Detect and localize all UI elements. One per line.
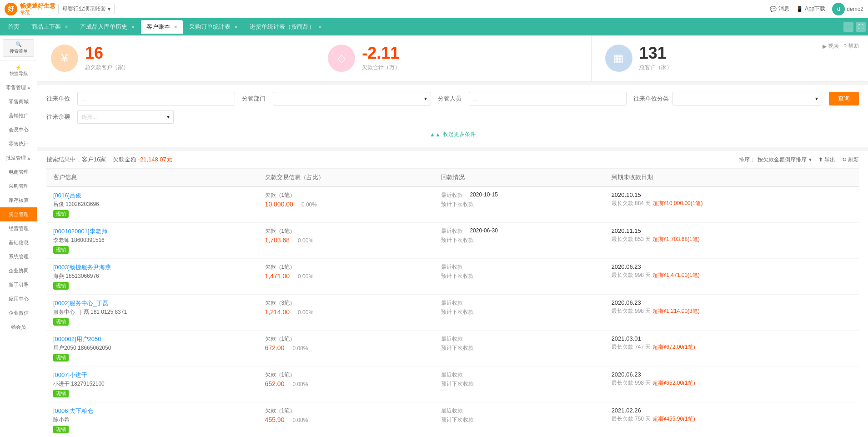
customer-code-link[interactable]: [0007]小进干 xyxy=(53,372,87,378)
message-label: 消息 xyxy=(778,5,789,13)
message-btn[interactable]: 💬 消息 xyxy=(770,5,789,13)
filter-unit: 往来单位 ... xyxy=(46,92,235,105)
refresh-btn[interactable]: ↻ 刷新 xyxy=(842,156,859,164)
customer-contact: 海燕 18513066976 xyxy=(53,272,251,280)
due-date: 2020.06.23 xyxy=(612,263,852,270)
overdue-link[interactable]: 超期¥1,703.68(1笔) xyxy=(652,236,700,242)
nav-maximize-btn[interactable]: ⛶ xyxy=(856,22,866,32)
video-icon: ▶ xyxy=(823,43,827,50)
debt-amount[interactable]: 10,000.00 xyxy=(265,201,293,208)
marketing-label: 营销推广 xyxy=(2,112,35,119)
tab-stock-close[interactable]: ✕ xyxy=(318,25,322,30)
sidebar-item-member-vip[interactable]: 畅会员 xyxy=(0,320,37,334)
sidebar-item-purchase[interactable]: 采购管理 xyxy=(0,179,37,193)
sort-value: 按欠款金额倒序排序 xyxy=(758,156,807,164)
refresh-icon: ↻ xyxy=(842,156,847,163)
tab-goods[interactable]: 商品上下架 ✕ xyxy=(26,20,74,34)
filter-unit-input[interactable]: ... xyxy=(77,92,235,105)
stat-number-debt-customers: 16 xyxy=(85,45,129,61)
customer-code-link[interactable]: [0006]去下粮仓 xyxy=(53,407,93,414)
store-selector[interactable]: 母婴行业演示账套 ▾ xyxy=(58,4,115,14)
overdue-link[interactable]: 超期¥10,000.00(1笔) xyxy=(652,200,703,206)
sidebar-item-retail-mall[interactable]: 零售商城 xyxy=(0,95,37,109)
sidebar-item-ecommerce[interactable]: 电商管理 xyxy=(0,165,37,179)
customer-code-link[interactable]: [0001020001]李老师 xyxy=(53,228,107,235)
sidebar-item-wechat[interactable]: 企业微信 xyxy=(0,306,37,320)
debt-percent: 0.00% xyxy=(298,309,313,316)
sidebar-item-inventory[interactable]: 库存核算 xyxy=(0,193,37,207)
tab-home[interactable]: 首页 xyxy=(2,20,25,34)
recent-label: 最近收款 xyxy=(441,263,463,271)
tab-purchase[interactable]: 采购订单统计表 ✕ xyxy=(184,20,243,34)
search-icon: 🔍 xyxy=(5,41,32,47)
user-profile[interactable]: d demo2 xyxy=(832,3,863,15)
overdue-link[interactable]: 超期¥1,471.00(1笔) xyxy=(652,272,700,278)
debt-amount[interactable]: 1,703.68 xyxy=(265,236,290,244)
sidebar-item-wholesale-mgmt[interactable]: 批发管理 ▲ xyxy=(0,151,37,165)
sidebar-item-finance[interactable]: 资金管理 xyxy=(0,207,37,221)
sidebar-item-quick-nav[interactable]: ⚡ 快捷导航 xyxy=(0,61,37,80)
tab-customer-close[interactable]: ✕ xyxy=(174,25,177,30)
next-label: 预计下次收款 xyxy=(441,381,474,387)
tab-stock[interactable]: 进货单统计表（按商品） ✕ xyxy=(244,20,327,34)
tab-customer[interactable]: 客户账本 ✕ xyxy=(141,20,183,34)
filter-person: 分管人员 ... xyxy=(438,92,627,105)
app-download-btn[interactable]: 📱 App下载 xyxy=(796,5,825,13)
export-btn[interactable]: ⬆ 导出 xyxy=(818,156,835,164)
stat-label-debt-customers: 总欠款客户（家） xyxy=(85,64,129,71)
sidebar: 🔍 搜索菜单 ⚡ 快捷导航 零售管理 ▲ 零售商城 营销推广 会员中心 xyxy=(0,35,37,437)
overdue-link[interactable]: 超期¥455.90(1笔) xyxy=(652,416,695,422)
sidebar-item-basic-info[interactable]: 基础信息 xyxy=(0,236,37,250)
purchase-label: 采购管理 xyxy=(2,183,35,190)
sidebar-item-enterprise[interactable]: 企业协同 xyxy=(0,264,37,278)
overdue-days: 最长欠款 998 天 超期¥1,214.00(3笔) xyxy=(612,307,852,315)
sidebar-item-member[interactable]: 会员中心 xyxy=(0,123,37,137)
cell-due-date-6: 2021.02.26 最长欠款 750 天 超期¥455.90(1笔) xyxy=(605,402,859,437)
cell-debt-info-6: 欠款（1笔） 455.90 0.00% xyxy=(258,402,435,437)
debt-percent: 0.00% xyxy=(301,201,317,208)
sidebar-item-marketing[interactable]: 营销推广 xyxy=(0,109,37,123)
sort-selector[interactable]: 排序： 按欠款金额倒序排序 xyxy=(739,156,812,164)
col-repayment: 回款情况 xyxy=(434,169,604,186)
debt-amount[interactable]: 1,471.00 xyxy=(265,272,290,280)
customer-contact: 李老师 18600391516 xyxy=(53,236,251,244)
customer-code-link[interactable]: [0016]吕俊 xyxy=(53,192,81,199)
customer-code-link[interactable]: [0003]畅捷服务尹海燕 xyxy=(53,264,111,271)
sidebar-item-system[interactable]: 系统管理 xyxy=(0,250,37,264)
filter-dept-select[interactable] xyxy=(273,92,431,105)
debt-amount[interactable]: 1,214.00 xyxy=(265,308,290,316)
tab-production[interactable]: 产成品入库单历史 ✕ xyxy=(75,20,140,34)
debt-amount[interactable]: 652.00 xyxy=(265,380,285,387)
sidebar-item-operation[interactable]: 经营管理 xyxy=(0,221,37,236)
collapse-btn[interactable]: ▲▲ 收起更多条件 xyxy=(46,128,859,141)
filter-category-select[interactable] xyxy=(672,92,822,105)
video-btn[interactable]: ▶ 视频 xyxy=(823,42,839,50)
sidebar-item-retail-stats[interactable]: 零售统计 xyxy=(0,137,37,151)
filter-balance-select[interactable]: 选择... xyxy=(77,110,174,124)
logo-text: 畅捷通好生意 xyxy=(20,2,55,10)
wechat-label: 企业微信 xyxy=(2,310,35,316)
sidebar-item-app-center[interactable]: 应用中心 xyxy=(0,292,37,306)
nav-minimize-btn[interactable]: — xyxy=(843,22,853,32)
tab-goods-close[interactable]: ✕ xyxy=(65,25,68,30)
app-center-label: 应用中心 xyxy=(2,296,35,302)
search-button[interactable]: 查询 xyxy=(829,92,859,105)
help-btn[interactable]: ? 帮助 xyxy=(843,42,859,50)
overdue-link[interactable]: 超期¥672.00(1笔) xyxy=(652,344,695,350)
filter-person-input[interactable]: ... xyxy=(469,92,627,105)
filter-dept-label: 分管部门 xyxy=(242,95,269,103)
overdue-link[interactable]: 超期¥1,214.00(3笔) xyxy=(652,308,700,314)
sidebar-item-guide[interactable]: 新手引导 xyxy=(0,278,37,292)
sidebar-search-btn[interactable]: 🔍 搜索菜单 xyxy=(3,39,34,57)
debt-label: 欠款（1笔） xyxy=(265,335,428,343)
customer-code-link[interactable]: [0002]服务中心_丁磊 xyxy=(53,300,108,306)
sort-arrow xyxy=(809,156,812,163)
overdue-link[interactable]: 超期¥652.00(1笔) xyxy=(652,380,695,386)
debt-amount[interactable]: 455.90 xyxy=(265,416,285,423)
customer-code-link[interactable]: [000002]用户2050 xyxy=(53,336,101,342)
tab-production-close[interactable]: ✕ xyxy=(131,25,135,30)
logo-sub: 示范 xyxy=(20,10,55,15)
sidebar-item-retail-mgmt[interactable]: 零售管理 ▲ xyxy=(0,80,37,95)
debt-amount[interactable]: 672.00 xyxy=(265,344,285,352)
tab-purchase-close[interactable]: ✕ xyxy=(234,25,238,30)
